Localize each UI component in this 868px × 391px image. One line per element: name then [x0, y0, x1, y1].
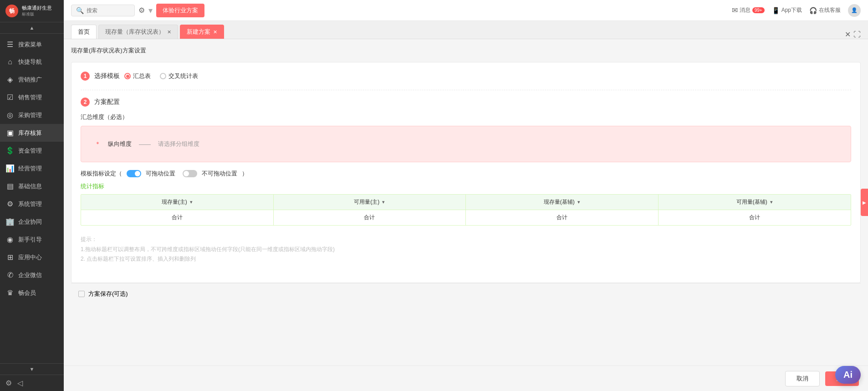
- basic-info-icon: ▤: [5, 182, 15, 190]
- sidebar-item-basic-info[interactable]: ▤ 基础信息: [0, 177, 64, 195]
- finance-icon: 💲: [5, 146, 15, 155]
- settings-icon[interactable]: ⚙: [5, 379, 12, 387]
- scroll-up-btn[interactable]: ▲: [30, 25, 35, 31]
- member-icon: ♛: [5, 288, 15, 297]
- tab-close-icon[interactable]: ✕: [845, 30, 851, 39]
- dropdown-arrow-icon[interactable]: ▾: [148, 5, 153, 15]
- indicator-label: 模板指标设定（ 可拖动位置 不可拖动位置 ）: [81, 170, 851, 178]
- tab-home[interactable]: 首页: [71, 25, 97, 39]
- chevron-down-icon-3: ▾: [770, 199, 773, 205]
- content-area: 现存量(库存状况表)方案设置 1 选择模板 汇总表: [64, 39, 868, 365]
- search-box[interactable]: 🔍: [71, 5, 135, 16]
- sidebar-item-sales[interactable]: ☑ 销售管理: [0, 88, 64, 106]
- sidebar-item-label: 应用中心: [18, 253, 42, 262]
- non-draggable-toggle[interactable]: [183, 170, 197, 177]
- sidebar-item-label: 搜索菜单: [18, 41, 42, 49]
- cancel-button[interactable]: 取消: [785, 371, 820, 386]
- ai-badge[interactable]: Ai: [835, 366, 861, 384]
- template-radio-group: 汇总表 交叉统计表: [124, 72, 198, 80]
- sidebar-item-new-guide[interactable]: ◉ 新手引导: [0, 231, 64, 248]
- sidebar-item-label: 营销推广: [18, 76, 42, 84]
- tab-inventory-status[interactable]: 现存量（库存状况表） ✕: [98, 25, 178, 39]
- tab-new-plan-close-icon[interactable]: ✕: [213, 29, 217, 35]
- gear-icon[interactable]: ⚙: [138, 6, 145, 15]
- speaker-icon[interactable]: ◁: [17, 379, 23, 387]
- step1-section: 1 选择模板 汇总表 交叉统计表: [81, 72, 851, 81]
- right-panel-toggle[interactable]: ▶: [861, 189, 868, 216]
- online-service-label: 在线客服: [819, 6, 841, 14]
- stats-col-available-aux[interactable]: 可用量(基辅) ▾: [659, 195, 851, 210]
- sidebar-item-purchase[interactable]: ◎ 采购管理: [0, 106, 64, 124]
- sales-icon: ☑: [5, 93, 15, 102]
- stats-col-available-main-label: 可用量(主): [354, 198, 379, 206]
- step1-num: 1: [81, 72, 90, 81]
- app-download-item[interactable]: 📱 App下载: [772, 6, 802, 14]
- dimension-box[interactable]: ＊ 纵向维度 —— 请选择分组维度: [81, 126, 851, 162]
- sidebar-item-label: 采购管理: [18, 111, 42, 119]
- tips-section: 提示： 1.拖动标题栏可以调整布局，不可跨维度或指标区域拖动任何字段(只能在同一…: [81, 235, 851, 264]
- user-avatar[interactable]: 👤: [848, 4, 861, 17]
- tab-new-plan-label: 新建方案: [187, 28, 210, 36]
- sidebar-item-sys-mgmt[interactable]: ⚙ 系统管理: [0, 195, 64, 213]
- search-input[interactable]: [87, 7, 128, 14]
- footer: 取消 查询: [64, 365, 868, 391]
- sidebar-item-app-center[interactable]: ⊞ 应用中心: [0, 248, 64, 266]
- draggable-toggle[interactable]: [127, 170, 141, 177]
- search-menu-icon: ☰: [5, 40, 15, 49]
- sys-mgmt-icon: ⚙: [5, 200, 15, 208]
- app-version: 标准版: [22, 11, 52, 17]
- scroll-down-btn[interactable]: ▼: [30, 366, 35, 372]
- stats-agg-3: 合计: [659, 210, 851, 225]
- industry-plan-button[interactable]: 体验行业方案: [156, 4, 204, 17]
- stats-table: 现存量(主) ▾ 可用量(主) ▾ 现存量(基辅) ▾ 可用量(基辅): [81, 194, 851, 226]
- stats-col-current-aux[interactable]: 现存量(基辅) ▾: [466, 195, 659, 210]
- stats-col-current-main[interactable]: 现存量(主) ▾: [81, 195, 274, 210]
- page-title: 现存量(库存状况表)方案设置: [71, 46, 861, 55]
- save-checkbox[interactable]: [78, 291, 85, 297]
- required-mark: ＊: [95, 140, 101, 148]
- sidebar-item-marketing[interactable]: ◈ 营销推广: [0, 71, 64, 88]
- online-service-item[interactable]: 🎧 在线客服: [809, 6, 841, 14]
- radio-summary[interactable]: 汇总表: [124, 72, 151, 80]
- stats-body: 合计 合计 合计 合计: [81, 210, 851, 225]
- main-area: 🔍 ⚙ ▾ 体验行业方案 ✉ 消息 99+ 📱 App下载 🎧 在线客服 👤: [64, 0, 868, 391]
- purchase-icon: ◎: [5, 111, 15, 119]
- sidebar-item-operations[interactable]: 📊 经营管理: [0, 159, 64, 177]
- avatar-placeholder: 👤: [851, 7, 858, 13]
- headphone-icon: 🎧: [809, 7, 817, 14]
- tab-inventory-close-icon[interactable]: ✕: [167, 29, 171, 35]
- sidebar-item-inventory[interactable]: ▣ 库存核算: [0, 124, 64, 142]
- radio-crosstab[interactable]: 交叉统计表: [160, 72, 198, 80]
- step2-title: 方案配置: [94, 98, 120, 106]
- sidebar-item-member[interactable]: ♛ 畅会员: [0, 284, 64, 302]
- topbar-left: 🔍 ⚙ ▾ 体验行业方案: [71, 4, 728, 17]
- toggle-dot2: [184, 171, 189, 176]
- step2-section: 2 方案配置 汇总维度（必选） ＊ 纵向维度 —— 请选择分组维度 模板指标设定…: [81, 98, 851, 264]
- topbar-right: ✉ 消息 99+ 📱 App下载 🎧 在线客服 👤: [732, 4, 861, 17]
- sidebar-item-label: 基础信息: [18, 182, 42, 190]
- tab-new-plan[interactable]: 新建方案 ✕: [180, 25, 224, 39]
- stats-agg-1: 合计: [274, 210, 466, 225]
- dash-separator: ——: [139, 141, 151, 148]
- sidebar-item-label: 企业协同: [18, 218, 42, 226]
- enterprise-icon: 🏢: [5, 217, 15, 226]
- stats-col-available-main[interactable]: 可用量(主) ▾: [274, 195, 466, 210]
- sidebar-item-search-menu[interactable]: ☰ 搜索菜单: [0, 36, 64, 53]
- tab-expand-icon[interactable]: ⛶: [853, 31, 861, 39]
- sidebar-item-enterprise[interactable]: 🏢 企业协同: [0, 213, 64, 231]
- message-badge: 99+: [752, 7, 765, 13]
- topbar: 🔍 ⚙ ▾ 体验行业方案 ✉ 消息 99+ 📱 App下载 🎧 在线客服 👤: [64, 0, 868, 21]
- message-item[interactable]: ✉ 消息 99+: [732, 6, 765, 15]
- sidebar-item-label: 库存核算: [18, 129, 42, 137]
- sidebar-item-quick-nav[interactable]: ⌂ 快捷导航: [0, 53, 64, 71]
- dimension-content: ＊ 纵向维度 —— 请选择分组维度: [95, 140, 199, 148]
- sidebar-item-wechat[interactable]: ✆ 企业微信: [0, 266, 64, 284]
- toggle-dot: [135, 171, 140, 176]
- sidebar-item-label: 新手引导: [18, 236, 42, 244]
- marketing-icon: ◈: [5, 75, 15, 84]
- radio-crosstab-label: 交叉统计表: [168, 72, 198, 80]
- search-icon: 🔍: [76, 7, 84, 14]
- sidebar-item-finance[interactable]: 💲 资金管理: [0, 142, 64, 159]
- inventory-icon: ▣: [5, 129, 15, 137]
- tip-item-2: 2. 点击标题栏下拉可设置排序、插入列和删除列: [81, 254, 851, 264]
